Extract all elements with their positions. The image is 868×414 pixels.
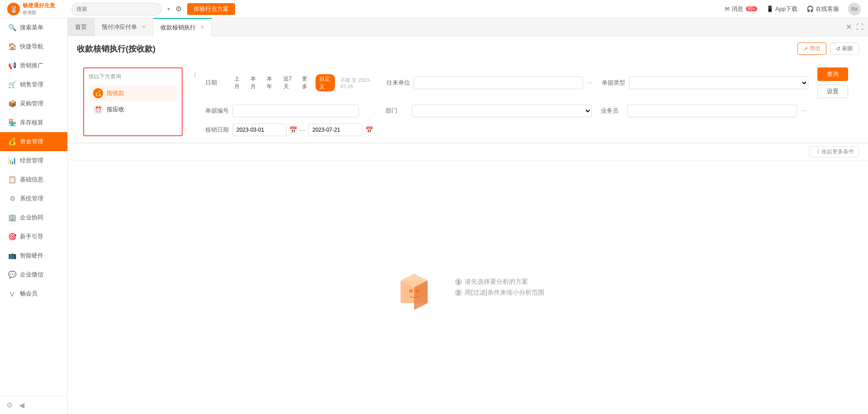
topbar-right: ✉ 消息 99+ 📱 App下载 🎧 在线客服 Rit bbox=[725, 3, 861, 15]
filter-option-receivable[interactable]: ⏰ 按应收 bbox=[89, 101, 177, 118]
date-btn-this-year[interactable]: 本年 bbox=[264, 74, 278, 91]
sidebar-item-purchase[interactable]: 📦采购管理 bbox=[0, 94, 67, 113]
dept-select[interactable] bbox=[412, 105, 591, 117]
sidebar-bottom: ⚙ ◀ bbox=[0, 396, 67, 414]
partner-label: 往来单位 bbox=[387, 79, 410, 87]
verify-date-start-input[interactable] bbox=[232, 124, 287, 136]
sidebar-label-search-menu: 搜索菜单 bbox=[20, 24, 43, 32]
verify-date-end-input[interactable] bbox=[308, 124, 363, 136]
sidebar-item-basic-info[interactable]: 📋基础信息 bbox=[0, 170, 67, 189]
collapse-icon: 《 bbox=[814, 148, 820, 156]
app-download-item[interactable]: 📱 App下载 bbox=[766, 5, 797, 13]
filter-row-1: 日期 上月 本月 本年 近7天 更多 自定义 bbox=[205, 67, 852, 98]
user-avatar-item[interactable]: Rit bbox=[848, 3, 861, 15]
sidebar-label-quick-nav: 快捷导航 bbox=[20, 43, 43, 51]
tab-close-预付冲应付单[interactable]: ✕ bbox=[142, 24, 146, 30]
sidebar-item-system[interactable]: ⚙系统管理 bbox=[0, 189, 67, 208]
date-btn-7days[interactable]: 近7天 bbox=[281, 74, 297, 91]
collapse-more-button[interactable]: 《 收起更多条件 bbox=[809, 146, 859, 157]
refresh-icon: ↺ bbox=[836, 46, 840, 52]
filter-salesperson-field: 业务员 ··· bbox=[601, 105, 807, 117]
verify-start-cal-icon[interactable]: 📅 bbox=[289, 126, 297, 133]
doctype-label: 单据类型 bbox=[602, 79, 625, 87]
doctype-select[interactable] bbox=[629, 76, 808, 89]
solution-button[interactable]: 体验行业方案 bbox=[187, 3, 235, 15]
sidebar-item-sales[interactable]: 🛒销售管理 bbox=[0, 75, 67, 94]
sidebar-label-sales: 销售管理 bbox=[20, 81, 43, 89]
date-btn-more[interactable]: 更多 bbox=[299, 74, 313, 91]
tab-预付冲应付单[interactable]: 预付冲应付单✕ bbox=[94, 18, 153, 36]
sidebar-item-capital[interactable]: 💰资金管理 bbox=[0, 132, 67, 151]
sidebar-item-quick-nav[interactable]: 🏠快捷导航 bbox=[0, 37, 67, 56]
sidebar-item-guide[interactable]: 🎯新手引导 bbox=[0, 227, 67, 246]
salesperson-dots-icon[interactable]: ··· bbox=[801, 107, 807, 115]
fullscreen-icon[interactable]: ⛶ bbox=[856, 23, 863, 31]
query-button[interactable]: 查询 bbox=[817, 67, 848, 81]
receivable-icon: ⏰ bbox=[93, 105, 103, 114]
tab-bar-actions: ✕ ⛶ bbox=[846, 23, 868, 31]
refresh-button[interactable]: ↺ 刷新 bbox=[830, 43, 859, 55]
sidebar-label-marketing: 营销推广 bbox=[20, 62, 43, 70]
empty-hint-1: 请先选择要分析的方案 bbox=[465, 278, 528, 286]
content-area: 收款核销执行(按收款) ↗ 导出 ↺ 刷新 bbox=[68, 36, 868, 414]
sidebar-icon-guide: 🎯 bbox=[8, 233, 16, 241]
sidebar-item-marketing[interactable]: 📢营销推广 bbox=[0, 56, 67, 75]
partner-dots-icon[interactable]: ··· bbox=[587, 79, 593, 87]
date-label: 日期 bbox=[205, 79, 228, 87]
empty-area: 1 请先选择要分析的方案 2 用[过滤]条件来缩小分析范围 bbox=[68, 161, 868, 414]
date-btn-custom[interactable]: 自定义 bbox=[316, 74, 335, 91]
sidebar-icon-enterprise: 🏢 bbox=[8, 214, 16, 222]
sidebar-label-guide: 新手引导 bbox=[20, 233, 43, 241]
sidebar-label-capital: 资金管理 bbox=[20, 138, 43, 146]
sidebar-settings-icon[interactable]: ⚙ bbox=[6, 401, 13, 409]
tab-首页[interactable]: 首页 bbox=[68, 18, 94, 36]
sidebar-label-member: 畅会员 bbox=[20, 290, 38, 298]
sidebar-icon-capital: 💰 bbox=[8, 138, 16, 146]
sidebar-item-business[interactable]: 📊经营管理 bbox=[0, 151, 67, 170]
date-btn-last-month[interactable]: 上月 bbox=[231, 74, 245, 91]
verify-date-range-group: 📅 — 📅 bbox=[232, 124, 373, 136]
page-title: 收款核销执行(按收款) bbox=[77, 43, 156, 54]
sidebar-icon-business: 📊 bbox=[8, 157, 16, 165]
filter-verify-date-field: 核销日期 📅 — 📅 bbox=[205, 124, 852, 136]
sidebar-item-hardware[interactable]: 📺智能硬件 bbox=[0, 246, 67, 265]
setting-button[interactable]: 设置 bbox=[817, 85, 848, 98]
search-input[interactable] bbox=[71, 3, 162, 15]
docno-input[interactable] bbox=[232, 105, 359, 117]
verify-end-cal-icon[interactable]: 📅 bbox=[365, 126, 373, 133]
svg-point-4 bbox=[415, 289, 419, 293]
message-badge: 99+ bbox=[746, 6, 757, 11]
close-tab-icon[interactable]: ✕ bbox=[846, 23, 852, 31]
date-btn-this-month[interactable]: 本月 bbox=[248, 74, 261, 91]
salesperson-input[interactable] bbox=[627, 105, 797, 117]
partner-input[interactable] bbox=[414, 76, 583, 89]
docno-label: 单据编号 bbox=[205, 107, 229, 115]
app-logo: 🐰 畅捷通好生意 标准版 bbox=[7, 2, 66, 16]
filter-option-receipt[interactable]: 💰 按收款 bbox=[89, 85, 177, 101]
empty-illustration bbox=[392, 262, 441, 312]
sidebar-item-member[interactable]: V畅会员 bbox=[0, 284, 67, 303]
svg-point-3 bbox=[409, 289, 413, 293]
sidebar-item-search-menu[interactable]: 🔍搜索菜单 bbox=[0, 18, 67, 37]
empty-hint-2: 用[过滤]条件来缩小分析范围 bbox=[465, 289, 544, 297]
app-name: 畅捷通好生意 bbox=[23, 2, 55, 10]
empty-icon-svg bbox=[394, 265, 439, 310]
sidebar-item-wechat[interactable]: 💬企业微信 bbox=[0, 265, 67, 284]
message-item[interactable]: ✉ 消息 99+ bbox=[725, 5, 757, 13]
filter-right-panel: 日期 上月 本月 本年 近7天 更多 自定义 bbox=[198, 67, 859, 136]
tab-bar: 首页预付冲应付单✕收款核销执行✕ ✕ ⛶ bbox=[68, 18, 868, 36]
export-button[interactable]: ↗ 导出 bbox=[797, 43, 826, 55]
sidebar-item-inventory[interactable]: 🏪库存核算 bbox=[0, 113, 67, 132]
dropdown-icon[interactable]: ▾ bbox=[167, 6, 170, 12]
message-label: 消息 bbox=[731, 5, 743, 13]
tab-收款核销执行[interactable]: 收款核销执行✕ bbox=[153, 18, 212, 36]
phone-icon: 📱 bbox=[766, 5, 774, 12]
filter-collapse-button[interactable]: 《 bbox=[189, 67, 198, 79]
sidebar-item-enterprise[interactable]: 🏢企业协同 bbox=[0, 208, 67, 227]
empty-content: 1 请先选择要分析的方案 2 用[过滤]条件来缩小分析范围 bbox=[392, 262, 544, 312]
sidebar-collapse-icon[interactable]: ◀ bbox=[19, 401, 24, 409]
settings-icon[interactable]: ⚙ bbox=[175, 5, 182, 13]
online-service-item[interactable]: 🎧 在线客服 bbox=[807, 5, 839, 13]
tab-close-收款核销执行[interactable]: ✕ bbox=[200, 24, 204, 30]
sidebar-icon-purchase: 📦 bbox=[8, 100, 16, 108]
